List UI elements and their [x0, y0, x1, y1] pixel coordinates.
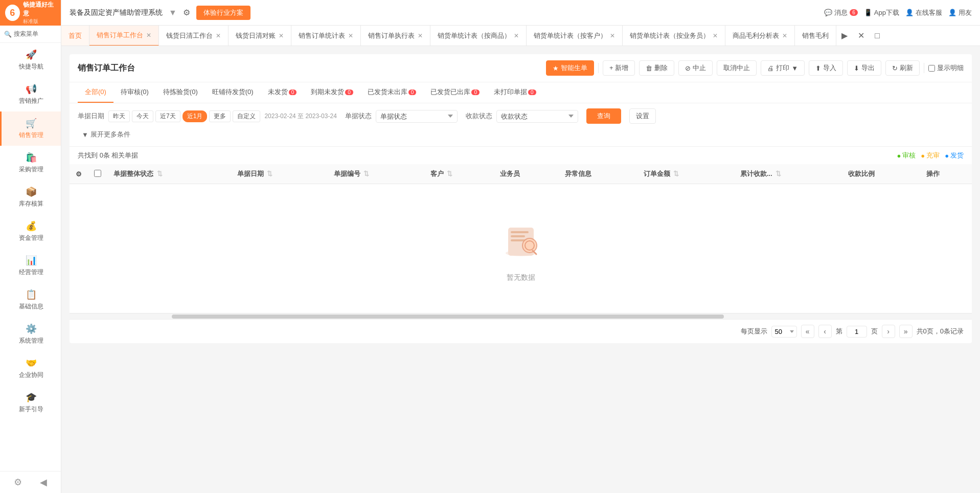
sidebar-item-purchase[interactable]: 🛍️ 采购管理 — [0, 146, 61, 180]
sidebar: 6 畅捷通好生意 标准版 🔍 搜索菜单 🚀 快捷导航 📢 营销推广 🛒 销售管理… — [0, 0, 61, 493]
show-detail-checkbox[interactable] — [928, 65, 935, 72]
tab-close-sales-workbench[interactable]: ✕ — [146, 32, 151, 39]
select-all-checkbox[interactable] — [94, 170, 101, 177]
tab-close-sales-summary-staff[interactable]: ✕ — [713, 32, 718, 39]
status-select[interactable]: 单据状态 — [376, 110, 458, 123]
sort-status-icon[interactable]: ⇅ — [157, 170, 163, 177]
horizontal-scrollbar[interactable] — [70, 313, 972, 319]
sub-tab-not-shipped[interactable]: 未发货0 — [261, 82, 304, 103]
sidebar-item-enterprise[interactable]: 🤝 企业协同 — [0, 351, 61, 386]
date-btn-more[interactable]: 更多 — [209, 110, 231, 122]
date-filter: 单据日期 昨天 今天 近7天 近1月 更多 自定义 2023-02-24 至 2… — [78, 110, 337, 122]
expand-more-btn[interactable]: ▼ 展开更多条件 — [78, 128, 964, 141]
tab-close-sales-summary-client[interactable]: ✕ — [610, 32, 615, 39]
receipt-select[interactable]: 收款状态 — [496, 110, 578, 123]
date-btn-custom[interactable]: 自定义 — [233, 110, 260, 122]
tab-close-sales-stat[interactable]: ✕ — [348, 32, 353, 39]
per-page-select[interactable]: 20 50 100 — [771, 326, 797, 338]
sidebar-item-system[interactable]: ⚙️ 系统管理 — [0, 317, 61, 351]
sort-client-icon[interactable]: ⇅ — [447, 170, 452, 177]
app-download-item[interactable]: 📱 App下载 — [864, 8, 899, 17]
sidebar-item-finance[interactable]: 💰 资金管理 — [0, 214, 61, 249]
status-filter: 单据状态 单据状态 — [345, 110, 458, 123]
sub-tab-not-printed[interactable]: 未打印单据0 — [487, 82, 543, 103]
smart-create-btn[interactable]: ★ 智能生单 — [546, 60, 594, 76]
tab-cash-daily[interactable]: 钱货日清工作台 ✕ — [159, 26, 229, 46]
import-btn[interactable]: ⬆ 导入 — [809, 60, 843, 76]
page-num-input[interactable] — [847, 326, 867, 338]
batch-deliver-btn[interactable]: ● 发货 — [945, 151, 964, 160]
sort-date-icon[interactable]: ⇅ — [267, 170, 272, 177]
cancel-stop-btn[interactable]: 取消中止 — [717, 60, 757, 76]
sort-amount-icon[interactable]: ⇅ — [673, 170, 679, 177]
sub-tab-all[interactable]: 全部(0) — [78, 82, 113, 103]
tab-close-product-margin[interactable]: ✕ — [782, 32, 787, 39]
tab-sales-profit[interactable]: 销售毛利 — [795, 26, 836, 46]
sidebar-item-base-info[interactable]: 📋 基础信息 — [0, 283, 61, 317]
sidebar-item-sales[interactable]: 🛒 销售管理 — [0, 111, 61, 146]
tab-close-sales-summary-product[interactable]: ✕ — [514, 32, 519, 39]
scroll-thumb[interactable] — [172, 315, 724, 319]
batch-unreviewed-btn[interactable]: ● 充审 — [921, 151, 940, 160]
sidebar-collapse-btn[interactable]: ◀ — [40, 477, 47, 488]
refresh-btn[interactable]: ↻ 刷新 — [885, 60, 920, 76]
sidebar-item-marketing[interactable]: 📢 营销推广 — [0, 77, 61, 111]
dropdown-icon[interactable]: ▼ — [169, 8, 177, 17]
header-settings-icon[interactable]: ⚙ — [183, 8, 190, 17]
tab-close-all[interactable]: ✕ — [853, 26, 869, 46]
date-btn-7days[interactable]: 近7天 — [155, 110, 180, 122]
sub-tab-pending-review[interactable]: 待审核(0) — [113, 82, 156, 103]
sidebar-settings-btn[interactable]: ⚙ — [14, 477, 22, 488]
date-btn-today[interactable]: 今天 — [132, 110, 153, 122]
tab-close-sales-exec[interactable]: ✕ — [418, 32, 423, 39]
tab-product-margin[interactable]: 商品毛利分析表 ✕ — [725, 26, 795, 46]
sort-number-icon[interactable]: ⇅ — [363, 170, 369, 177]
user-item[interactable]: 👤 用友 — [948, 8, 972, 17]
sort-receipt-icon[interactable]: ⇅ — [776, 170, 781, 177]
tab-sales-workbench[interactable]: 销售订单工作台 ✕ — [89, 26, 159, 46]
empty-icon — [495, 215, 546, 273]
batch-review-btn[interactable]: ● 审核 — [897, 151, 916, 160]
search-menu[interactable]: 🔍 搜索菜单 — [0, 26, 61, 43]
date-btn-yesterday[interactable]: 昨天 — [108, 110, 130, 122]
tab-sales-exec[interactable]: 销售订单执行表 ✕ — [361, 26, 430, 46]
page-first-btn[interactable]: « — [801, 325, 814, 338]
sub-tab-shipped-not-warehouse[interactable]: 已发货未出库0 — [360, 82, 424, 103]
tab-expand[interactable]: □ — [869, 26, 885, 46]
tab-cash-reconcile[interactable]: 钱货日清对账 ✕ — [229, 26, 291, 46]
sub-tab-pending-inspect[interactable]: 待拣验货(0) — [156, 82, 205, 103]
tab-scroll-right[interactable]: ▶ — [836, 26, 853, 46]
tab-sales-stat[interactable]: 销售订单统计表 ✕ — [291, 26, 361, 46]
receipt-label: 收款状态 — [466, 111, 492, 121]
query-btn[interactable]: 查询 — [586, 108, 621, 124]
column-settings-icon[interactable]: ⚙ — [76, 170, 82, 178]
add-btn[interactable]: + 新增 — [603, 60, 635, 76]
stop-btn[interactable]: ⊘ 中止 — [678, 60, 713, 76]
sidebar-item-operations[interactable]: 📊 经营管理 — [0, 249, 61, 283]
show-detail-toggle[interactable]: 显示明细 — [928, 63, 964, 73]
date-btn-1month[interactable]: 近1月 — [183, 110, 208, 122]
tab-sales-summary-product[interactable]: 销货单统计表（按商品） ✕ — [430, 26, 527, 46]
tab-home[interactable]: 首页 — [61, 26, 89, 46]
tab-sales-summary-client[interactable]: 销货单统计表（按客户） ✕ — [527, 26, 623, 46]
page-prev-btn[interactable]: ‹ — [818, 325, 832, 338]
sidebar-item-quick-nav[interactable]: 🚀 快捷导航 — [0, 43, 61, 77]
tab-close-cash-reconcile[interactable]: ✕ — [279, 32, 284, 39]
delete-btn[interactable]: 🗑 删除 — [639, 60, 674, 76]
filter-settings-btn[interactable]: 设置 — [629, 108, 656, 124]
online-service-item[interactable]: 👤 在线客服 — [905, 8, 942, 17]
tab-close-cash-daily[interactable]: ✕ — [216, 32, 221, 39]
export-btn[interactable]: ⬇ 导出 — [847, 60, 881, 76]
industry-btn[interactable]: 体验行业方案 — [196, 6, 250, 20]
sub-tab-shipped-warehoused[interactable]: 已发货已出库0 — [423, 82, 487, 103]
message-icon-item[interactable]: 💬 消息 6 — [824, 8, 858, 17]
sidebar-item-guide[interactable]: 🎓 新手引导 — [0, 386, 61, 420]
tab-bar: 首页 销售订单工作台 ✕ 钱货日清工作台 ✕ 钱货日清对账 ✕ 销售订单统计表 … — [61, 26, 980, 46]
tab-sales-summary-staff[interactable]: 销货单统计表（按业务员） ✕ — [623, 26, 725, 46]
print-btn[interactable]: 🖨 打印 ▼ — [761, 60, 805, 76]
sub-tab-overdue-not-shipped[interactable]: 到期未发货0 — [304, 82, 360, 103]
sidebar-item-inventory[interactable]: 📦 库存核算 — [0, 180, 61, 214]
page-last-btn[interactable]: » — [899, 325, 913, 338]
sub-tab-shop-pending-ship[interactable]: 旺铺待发货(0) — [205, 82, 261, 103]
page-next-btn[interactable]: › — [882, 325, 895, 338]
